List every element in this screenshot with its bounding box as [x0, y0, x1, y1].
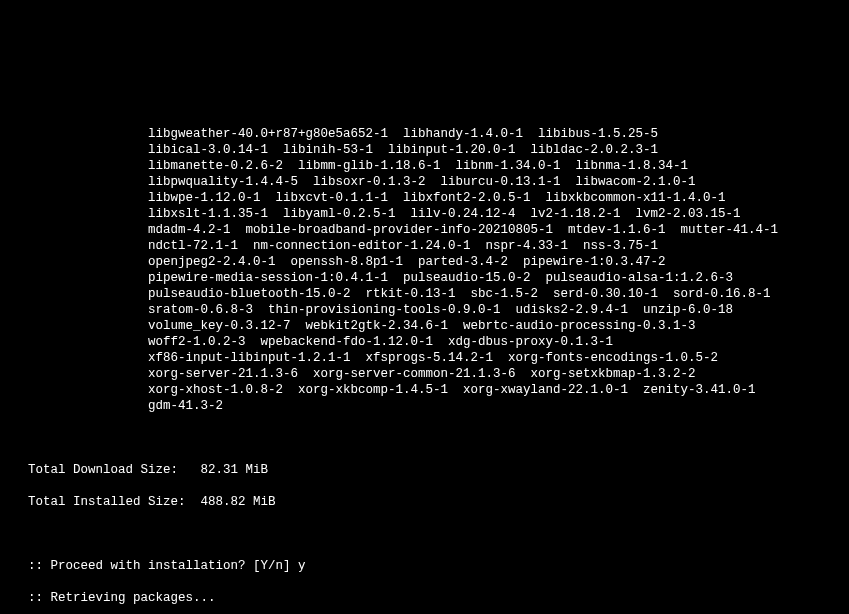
package-line: volume_key-0.3.12-7 webkit2gtk-2.34.6-1 … [28, 318, 821, 334]
package-line: libwpe-1.12.0-1 libxcvt-0.1.1-1 libxfont… [28, 190, 821, 206]
blank-line [28, 430, 821, 446]
package-line: xorg-xhost-1.0.8-2 xorg-xkbcomp-1.4.5-1 … [28, 382, 821, 398]
total-installed-value: 488.82 MiB [186, 495, 276, 509]
package-line: pipewire-media-session-1:0.4.1-1 pulseau… [28, 270, 821, 286]
total-download-value: 82.31 MiB [178, 463, 268, 477]
total-download-label: Total Download Size: [28, 463, 178, 477]
total-installed-line: Total Installed Size: 488.82 MiB [28, 494, 821, 510]
package-line: ndctl-72.1-1 nm-connection-editor-1.24.0… [28, 238, 821, 254]
retrieving-packages: :: Retrieving packages... [28, 590, 821, 606]
package-line: pulseaudio-bluetooth-15.0-2 rtkit-0.13-1… [28, 286, 821, 302]
blank-line [28, 526, 821, 542]
package-line: xf86-input-libinput-1.2.1-1 xfsprogs-5.1… [28, 350, 821, 366]
package-line: libical-3.0.14-1 libinih-53-1 libinput-1… [28, 142, 821, 158]
package-line: woff2-1.0.2-3 wpebackend-fdo-1.12.0-1 xd… [28, 334, 821, 350]
package-line: libxslt-1.1.35-1 libyaml-0.2.5-1 lilv-0.… [28, 206, 821, 222]
package-line: gdm-41.3-2 [28, 398, 821, 414]
proceed-prompt[interactable]: :: Proceed with installation? [Y/n] y [28, 558, 821, 574]
package-line: mdadm-4.2-1 mobile-broadband-provider-in… [28, 222, 821, 238]
package-list: libgweather-40.0+r87+g80e5a652-1 libhand… [28, 126, 821, 414]
total-installed-label: Total Installed Size: [28, 495, 186, 509]
package-line: xorg-server-21.1.3-6 xorg-server-common-… [28, 366, 821, 382]
package-line: libmanette-0.2.6-2 libmm-glib-1.18.6-1 l… [28, 158, 821, 174]
total-download-line: Total Download Size: 82.31 MiB [28, 462, 821, 478]
package-line: libgweather-40.0+r87+g80e5a652-1 libhand… [28, 126, 821, 142]
terminal[interactable]: libgweather-40.0+r87+g80e5a652-1 libhand… [0, 80, 849, 614]
package-line: sratom-0.6.8-3 thin-provisioning-tools-0… [28, 302, 821, 318]
package-line: openjpeg2-2.4.0-1 openssh-8.8p1-1 parted… [28, 254, 821, 270]
package-line: libpwquality-1.4.4-5 libsoxr-0.1.3-2 lib… [28, 174, 821, 190]
